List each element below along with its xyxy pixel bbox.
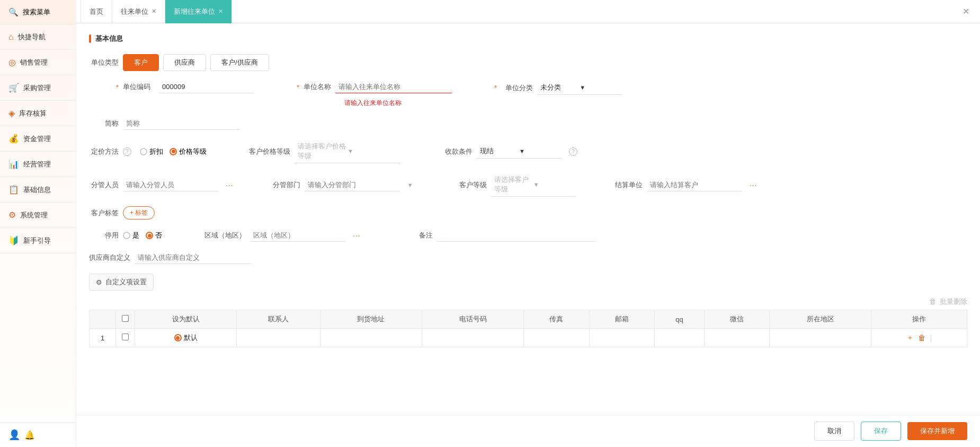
region-label: 区域（地区） xyxy=(204,231,246,240)
unit-code-label xyxy=(89,83,119,91)
radio-price-level-label: 价格等级 xyxy=(179,147,207,156)
unit-type-group: 客户 供应商 客户/供应商 xyxy=(123,54,269,71)
customer-tag-field: 客户标签 + 标签 xyxy=(89,206,155,220)
customer-tag-label: 客户标签 xyxy=(89,208,119,218)
short-name-field: 简称 xyxy=(89,117,239,130)
sidebar-item-guide[interactable]: 🔰 新手引导 xyxy=(0,228,76,253)
region-more-btn[interactable]: ··· xyxy=(353,231,361,240)
short-name-input[interactable] xyxy=(123,117,239,130)
region-field: 区域（地区） ··· xyxy=(204,229,361,242)
cell-default: 默认 xyxy=(135,329,237,347)
radio-default[interactable]: 默认 xyxy=(174,333,198,343)
tab-new-contacts-close[interactable]: ✕ xyxy=(218,8,223,15)
unit-code-name-row: 单位编码 * 单位名称 请输入往来单位名称 * 单位分类 未分类 ▼ xyxy=(89,81,967,108)
pricing-row: 定价方法 ? 折扣 价格等级 客户价格等级 请选择客户价格等级 xyxy=(89,139,967,163)
unit-category-select[interactable]: 未分类 ▼ xyxy=(537,81,622,95)
btn-customer[interactable]: 客户 xyxy=(123,54,159,71)
row-checkbox[interactable] xyxy=(122,334,129,340)
supplier-custom-input[interactable] xyxy=(135,251,251,264)
manager-more-btn[interactable]: ··· xyxy=(226,181,234,189)
radio-disable-no[interactable]: 否 xyxy=(146,231,162,240)
radio-discount[interactable]: 折扣 xyxy=(140,147,163,156)
sidebar-item-basic-info[interactable]: 📋 基础信息 xyxy=(0,177,76,203)
radio-default-label: 默认 xyxy=(184,333,198,343)
tab-home[interactable]: 首页 xyxy=(81,0,112,23)
cell-email xyxy=(589,329,655,347)
btn-both[interactable]: 客户/供应商 xyxy=(210,54,269,71)
radio-disable-no-label: 否 xyxy=(155,231,162,240)
settlement-input[interactable] xyxy=(647,179,742,191)
sidebar-item-quick-nav[interactable]: ⌂ 快捷导航 xyxy=(0,25,76,50)
basic-info-icon: 📋 xyxy=(8,185,19,195)
unit-name-required-star: * xyxy=(297,83,299,91)
add-row-icon[interactable]: ＋ xyxy=(906,333,914,343)
sidebar-sound-icon: 🔔 xyxy=(24,430,35,440)
col-region: 所在地区 xyxy=(770,310,871,329)
remark-input[interactable] xyxy=(437,229,596,242)
tab-contacts-close[interactable]: ✕ xyxy=(152,8,156,15)
unit-name-label: 单位名称 xyxy=(304,82,331,92)
save-and-new-button[interactable]: 保存并新增 xyxy=(907,422,967,440)
col-no xyxy=(90,310,116,329)
payment-terms-select[interactable]: 现结 ▼ xyxy=(477,144,562,159)
section-title-label: 基本信息 xyxy=(95,34,123,43)
disable-radio-group: 是 否 xyxy=(123,231,162,240)
radio-price-level[interactable]: 价格等级 xyxy=(170,147,207,156)
customer-level-select[interactable]: 请选择客户等级 ▼ xyxy=(491,173,576,197)
chevron-down-icon3: ▼ xyxy=(519,148,558,154)
department-input[interactable] xyxy=(305,179,400,191)
col-check[interactable] xyxy=(116,310,135,329)
batch-delete-icon: 🗑 xyxy=(929,297,936,305)
guide-icon: 🔰 xyxy=(8,235,19,246)
search-icon: 🔍 xyxy=(8,7,19,17)
cell-phone xyxy=(422,329,523,347)
cell-check[interactable] xyxy=(116,329,135,347)
sidebar-item-label: 快捷导航 xyxy=(18,32,46,42)
table-select-all[interactable] xyxy=(122,315,129,322)
window-close-button[interactable]: ✕ xyxy=(956,6,976,16)
department-select[interactable]: ▼ xyxy=(404,180,420,190)
unit-name-error-msg: 请输入往来单位名称 xyxy=(297,99,402,108)
sidebar-item-purchase[interactable]: 🛒 采购管理 xyxy=(0,75,76,101)
delete-row-icon[interactable]: 🗑 xyxy=(918,334,925,342)
pricing-field: 定价方法 ? 折扣 价格等级 xyxy=(89,147,207,156)
radio-circle-price-level xyxy=(170,148,177,155)
user-icon: 👤 xyxy=(8,429,20,441)
sidebar-item-inventory[interactable]: ◈ 库存核算 xyxy=(0,101,76,126)
sidebar-item-sales[interactable]: ◎ 销售管理 xyxy=(0,50,76,75)
unit-name-input[interactable] xyxy=(335,81,452,93)
payment-question-icon[interactable]: ? xyxy=(569,147,577,156)
sales-icon: ◎ xyxy=(8,57,16,67)
manager-row: 分管人员 ··· 分管部门 ▼ 客户等级 请选择客户等级 ▼ xyxy=(89,173,967,197)
sidebar-item-system[interactable]: ⚙ 系统管理 xyxy=(0,203,76,228)
radio-disable-yes[interactable]: 是 xyxy=(123,231,139,240)
settlement-more-btn[interactable]: ··· xyxy=(750,181,758,189)
region-input[interactable] xyxy=(250,229,345,242)
sidebar-item-operations[interactable]: 📊 经营管理 xyxy=(0,152,76,177)
sidebar-item-label: 新手引导 xyxy=(23,236,51,246)
customer-price-select[interactable]: 请选择客户价格等级 ▼ xyxy=(295,139,400,163)
btn-supplier[interactable]: 供应商 xyxy=(163,54,206,71)
radio-circle-no xyxy=(146,232,153,239)
batch-delete-label[interactable]: 批量删除 xyxy=(940,297,967,305)
payment-terms-label: 收款条件 xyxy=(443,147,473,156)
unit-code-input[interactable] xyxy=(159,81,254,93)
default-radio-group: 默认 xyxy=(140,333,231,343)
search-menu-item[interactable]: 🔍 搜索菜单 xyxy=(0,0,76,25)
sidebar-item-label: 销售管理 xyxy=(20,58,48,67)
sidebar-item-finance[interactable]: 💰 资金管理 xyxy=(0,126,76,152)
tab-contacts[interactable]: 往来单位 ✕ xyxy=(112,0,165,23)
unit-category-value: 未分类 xyxy=(540,83,580,92)
short-name-label: 简称 xyxy=(89,119,119,128)
col-address: 到货地址 xyxy=(320,310,422,329)
pricing-question-icon[interactable]: ? xyxy=(123,147,131,156)
radio-disable-yes-label: 是 xyxy=(132,231,139,240)
cell-wechat xyxy=(704,329,770,347)
custom-settings-button[interactable]: ⚙ 自定义项设置 xyxy=(89,274,154,291)
sidebar-item-label: 库存核算 xyxy=(19,109,47,118)
add-tag-button[interactable]: + 标签 xyxy=(123,206,155,220)
cancel-button[interactable]: 取消 xyxy=(814,422,854,441)
tab-new-contacts[interactable]: 新增往来单位 ✕ xyxy=(165,0,232,23)
manager-input[interactable] xyxy=(123,179,218,191)
save-button[interactable]: 保存 xyxy=(861,422,901,441)
